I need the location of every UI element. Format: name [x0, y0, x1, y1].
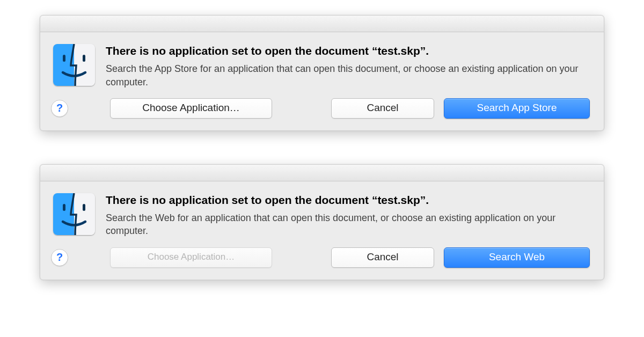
alert-dialog: There is no application set to open the … [40, 15, 604, 131]
search-web-button[interactable]: Search Web [444, 247, 590, 268]
dialog-titlebar [40, 165, 604, 181]
dialog-titlebar [40, 16, 604, 32]
help-button[interactable]: ? [51, 249, 68, 266]
alert-dialog: There is no application set to open the … [40, 164, 604, 280]
search-app-store-button[interactable]: Search App Store [444, 98, 590, 119]
alert-heading: There is no application set to open the … [106, 44, 590, 58]
svg-rect-1 [74, 44, 95, 86]
help-button[interactable]: ? [51, 100, 68, 117]
svg-rect-2 [63, 55, 65, 62]
alert-heading: There is no application set to open the … [106, 193, 590, 207]
cancel-button[interactable]: Cancel [331, 247, 434, 268]
alert-message: Search the Web for an application that c… [106, 211, 590, 238]
alert-message: Search the App Store for an application … [106, 62, 590, 89]
svg-rect-7 [83, 204, 85, 211]
svg-rect-6 [63, 204, 65, 211]
svg-rect-3 [83, 55, 85, 62]
finder-icon [53, 193, 95, 235]
finder-icon [53, 44, 95, 86]
cancel-button[interactable]: Cancel [331, 98, 434, 119]
svg-rect-5 [74, 193, 95, 235]
choose-application-button[interactable]: Choose Application… [110, 98, 272, 119]
choose-application-button: Choose Application… [110, 247, 272, 268]
